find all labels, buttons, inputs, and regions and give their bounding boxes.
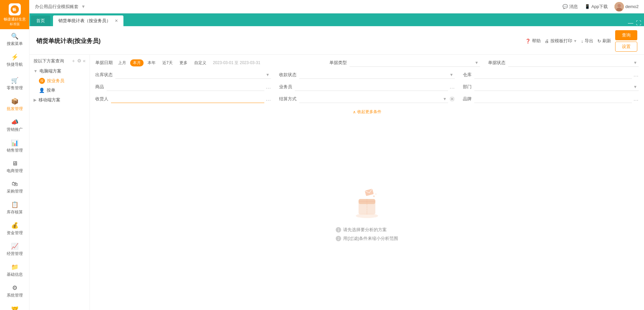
tab-fullscreen-icon[interactable]: ⛶	[636, 20, 641, 26]
tree-mobile-node[interactable]: ▶ 移动端方案	[30, 95, 90, 105]
receiver-more-icon[interactable]: …	[266, 96, 271, 102]
salesperson-more-icon[interactable]: …	[449, 84, 455, 90]
warehouse-more-icon[interactable]: …	[633, 72, 639, 78]
left-panel: 按以下方案查询 ＋ ⚙ « ▼ 电脑端方案 按 按业务员 👤	[30, 55, 90, 310]
company-dropdown-icon[interactable]: ▼	[81, 4, 86, 9]
tab-home-label: 首页	[36, 18, 45, 24]
collapse-btn[interactable]: ∧ 收起更多条件	[95, 107, 639, 115]
query-button[interactable]: 查询	[615, 30, 637, 40]
receiver-input[interactable]	[111, 95, 264, 103]
body-split: 按以下方案查询 ＋ ⚙ « ▼ 电脑端方案 按 按业务员 👤	[30, 55, 644, 310]
refresh-btn[interactable]: ↻ 刷新	[597, 38, 611, 44]
sidebar-item-marketing[interactable]: 📣 营销推广	[0, 115, 29, 136]
sidebar-item-sales[interactable]: 📊 销售管理	[0, 136, 29, 157]
tab-minimize-icon[interactable]: —	[628, 20, 633, 26]
lightning-icon: ⚡	[11, 53, 18, 61]
sidebar-item-search[interactable]: 🔍 搜索菜单	[0, 29, 29, 50]
sidebar-item-label: 电商管理	[7, 168, 23, 174]
collapse-panel-btn[interactable]: «	[83, 58, 86, 64]
settle-method-select[interactable]	[299, 95, 448, 103]
date-tab-more[interactable]: 更多	[177, 59, 190, 66]
goods-input[interactable]	[107, 83, 264, 91]
left-panel-title: 按以下方案查询	[34, 58, 64, 64]
sidebar-item-label: 资金管理	[7, 230, 23, 236]
main-area: 办公用品行业模拟账套 ▼ 💬 消息 📱 App下载 de	[30, 0, 644, 310]
settle-method-clear-btn[interactable]: ✕	[449, 96, 455, 102]
department-select[interactable]	[474, 83, 639, 91]
date-tab-this-year[interactable]: 本年	[145, 59, 158, 66]
warehouse-input[interactable]	[474, 71, 632, 79]
date-tabs: 上月 本月 本年 近7天 更多 自定义	[115, 59, 209, 66]
receiver-label: 收货人	[95, 96, 108, 102]
sidebar-item-label: 库存核算	[7, 209, 23, 215]
date-tab-custom[interactable]: 自定义	[192, 59, 209, 66]
tab-sales-stats-label: 销货单统计表（按业务员）	[58, 18, 111, 24]
page-header: 销货单统计表(按业务员) ❓ 帮助 🖨 按模板打印 ▼ ↓ 导出 ↻ 刷新	[30, 26, 644, 55]
receipt-status-select-wrap: ▼	[299, 71, 455, 79]
date-tab-this-month[interactable]: 本月	[130, 59, 144, 66]
sidebar-item-purchase[interactable]: 🛍 采购管理	[0, 177, 29, 198]
purchase-icon: 🛍	[12, 180, 18, 188]
settle-method-select-wrap: ▼	[299, 95, 448, 103]
sidebar-item-base-info[interactable]: 📁 基础信息	[0, 260, 29, 281]
settings-button[interactable]: 设置	[615, 42, 637, 52]
warehouse-label: 仓库	[463, 72, 472, 78]
filter-salesperson: 业务员 …	[279, 83, 455, 91]
tab-sales-stats[interactable]: 销货单统计表（按业务员） ✕	[53, 15, 123, 26]
sidebar-item-label: 搜索菜单	[7, 41, 23, 47]
sidebar-item-finance[interactable]: 💰 资金管理	[0, 218, 29, 239]
sidebar-item-retail[interactable]: 🛒 零售管理	[0, 73, 29, 94]
receipt-status-label: 收款状态	[279, 72, 297, 78]
app-download-btn[interactable]: 📱 App下载	[585, 4, 608, 10]
sidebar-item-label: 经营管理	[7, 251, 23, 257]
sidebar-item-wholesale[interactable]: 📦 批发管理	[0, 94, 29, 115]
sidebar-item-label: 营销推广	[7, 127, 23, 133]
doc-type-select[interactable]	[350, 59, 480, 66]
empty-tips: 1 请先选择要分析的方案 2 用[过滤]条件来缩小分析范围	[336, 227, 398, 242]
out-status-label: 出库状态	[95, 72, 113, 78]
tree-desktop-node[interactable]: ▼ 电脑端方案	[30, 66, 90, 76]
filter-brand: 品牌 …	[463, 95, 639, 103]
help-btn[interactable]: ❓ 帮助	[525, 38, 541, 44]
company-name: 办公用品行业模拟账套	[35, 4, 78, 10]
sidebar-item-system[interactable]: ⚙ 系统管理	[0, 281, 29, 302]
doc-status-select[interactable]	[508, 59, 639, 66]
tab-home[interactable]: 首页	[31, 15, 50, 26]
tree-child-order-label: 按单	[47, 87, 55, 93]
sidebar-item-inventory[interactable]: 📋 库存核算	[0, 198, 29, 218]
goods-more-icon[interactable]: …	[266, 84, 271, 90]
tip-num-2: 2	[336, 236, 341, 241]
filter-doc-type: 单据类型 ▼	[329, 59, 480, 67]
message-btn[interactable]: 💬 消息	[562, 4, 578, 10]
filter-settle-method: 结算方式 ▼ ✕	[279, 95, 455, 103]
tree-expand-icon: ▼	[34, 69, 38, 73]
topbar: 办公用品行业模拟账套 ▼ 💬 消息 📱 App下载 de	[30, 0, 644, 13]
edit-scheme-btn[interactable]: ⚙	[77, 58, 82, 64]
receipt-status-select[interactable]	[299, 71, 455, 79]
settle-method-label: 结算方式	[279, 96, 297, 102]
svg-text:畅: 畅	[12, 7, 16, 11]
message-icon: 💬	[562, 4, 568, 9]
message-label: 消息	[569, 4, 578, 10]
collapse-label: 收起更多条件	[357, 109, 381, 115]
tab-close-icon[interactable]: ✕	[115, 18, 118, 23]
add-scheme-btn[interactable]: ＋	[71, 58, 76, 64]
tree-child-salesperson[interactable]: 按 按业务员	[30, 76, 90, 86]
salesperson-input[interactable]	[295, 83, 448, 91]
sidebar-item-label: 批发管理	[7, 106, 23, 112]
brand-input[interactable]	[474, 95, 632, 103]
help-label: 帮助	[532, 38, 541, 44]
tree-child-salesperson-label: 按业务员	[47, 78, 64, 84]
export-btn[interactable]: ↓ 导出	[581, 38, 594, 44]
brand-more-icon[interactable]: …	[633, 96, 639, 102]
sidebar-item-ecommerce[interactable]: 🖥 电商管理	[0, 157, 29, 177]
sidebar-item-enterprise[interactable]: 🤝 企业协同	[0, 302, 29, 310]
out-status-select[interactable]	[115, 71, 271, 79]
sidebar-item-quicknav[interactable]: ⚡ 快捷导航	[0, 50, 29, 71]
sidebar-item-business[interactable]: 📈 经营管理	[0, 239, 29, 260]
print-btn[interactable]: 🖨 按模板打印 ▼	[545, 38, 577, 44]
date-tab-7days[interactable]: 近7天	[160, 59, 175, 66]
user-avatar-btn[interactable]: demo2	[614, 2, 639, 11]
tree-child-order[interactable]: 👤 按单	[30, 86, 90, 95]
date-tab-last-month[interactable]: 上月	[115, 59, 129, 66]
